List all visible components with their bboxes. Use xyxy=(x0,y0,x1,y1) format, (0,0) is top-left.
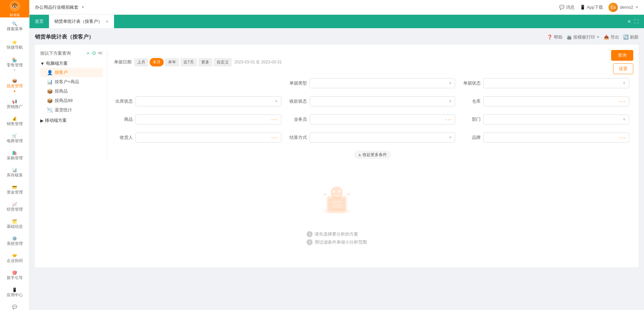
tab-fullscreen-btn[interactable]: ⛶ xyxy=(634,19,639,24)
scheme-item-by-customer[interactable]: 👤 按客户 xyxy=(40,68,103,77)
user-menu[interactable]: Ea demo2 ▼ xyxy=(608,3,639,12)
scheme-group-pc-title[interactable]: ▼ 电脑端方案 xyxy=(40,59,103,68)
setting-btn[interactable]: 设置 xyxy=(613,63,633,74)
payment-method-select[interactable]: ▼ xyxy=(310,133,455,143)
collapse-btn[interactable]: ∧ 收起更多条件 xyxy=(354,151,391,159)
sidebar-item-quicknav[interactable]: ⭐ 快捷导航 xyxy=(0,36,30,54)
sidebar-item-finance[interactable]: 💳 资金管理 xyxy=(0,182,30,199)
refresh-label: 刷新 xyxy=(630,34,639,40)
date-this-month-btn[interactable]: 本月 xyxy=(150,58,164,66)
doc-type-select[interactable]: ▼ xyxy=(310,78,455,88)
export-btn[interactable]: 📤 导出 xyxy=(604,34,619,40)
step-text-2: 用过滤条件来缩小分析范围 xyxy=(315,239,367,245)
scheme-item-by-product[interactable]: 📦 按商品 xyxy=(40,87,103,96)
empty-illustration xyxy=(317,179,357,226)
main-area: 办公用品行业模拟账套 ▼ 💬 消息 📱 App下载 Ea demo2 ▼ 首 xyxy=(30,0,644,310)
sidebar-item-marketing[interactable]: 📢 营销推广 xyxy=(0,96,30,113)
page-header: 销货单统计表（按客户） ❓ 帮助 🖨️ 按模板打印 ▼ 📤 导出 🔄 刷新 xyxy=(35,34,639,41)
app-logo: 🐯 标准版 xyxy=(0,0,30,17)
doc-status-label: 单据状态 xyxy=(459,80,481,86)
date-custom-btn[interactable]: 自定义 xyxy=(214,58,232,66)
doc-status-select[interactable]: ▼ xyxy=(483,78,629,88)
help-icon: ❓ xyxy=(547,35,552,40)
user-avatar: Ea xyxy=(608,3,618,12)
tab-home[interactable]: 首页 xyxy=(30,15,49,28)
scheme-item-return-stats[interactable]: 📉 退货统计 xyxy=(40,105,103,115)
app-download-btn[interactable]: 📱 App下载 xyxy=(580,4,603,10)
message-icon: 💬 xyxy=(559,5,565,10)
sales-stats-tab-label: 销货单统计表（按客户） xyxy=(54,18,102,24)
sidebar-item-retail[interactable]: 🏪 零售管理 ▼ xyxy=(0,54,30,75)
sidebar-item-sales[interactable]: 💰 销售管理 xyxy=(0,113,30,130)
print-btn[interactable]: 🖨️ 按模板打印 ▼ xyxy=(567,34,600,40)
sidebar-item-ecommerce[interactable]: 🛒 电商管理 xyxy=(0,130,30,147)
scheme-group-mobile-title[interactable]: ▶ 移动端方案 xyxy=(40,116,103,125)
sidebar-item-newbie[interactable]: 🎯 新手引导 xyxy=(0,267,30,284)
sidebar-label-purchase: 采购管理 xyxy=(7,155,23,161)
scheme-item-product99[interactable]: 📦 按商品99 xyxy=(40,96,103,105)
sidebar-label-collab: 企业协同 xyxy=(7,258,23,264)
scheme-header: 按以下方案查询 ＋ ⊙ ≪ xyxy=(40,50,103,56)
scheme-edit-btn[interactable]: ⊙ xyxy=(92,50,96,56)
sidebar-item-inventory[interactable]: 📊 库存核算 xyxy=(0,164,30,182)
scheme-add-btn[interactable]: ＋ xyxy=(86,50,91,56)
sidebar-label-inventory: 库存核算 xyxy=(7,172,23,178)
sidebar-item-operations[interactable]: 📈 经营管理 xyxy=(0,199,30,216)
sidebar-item-wechat[interactable]: 💬 企业微信 xyxy=(0,301,30,310)
date-last-month-btn[interactable]: 上月 xyxy=(134,58,148,66)
salesperson-select[interactable]: ··· xyxy=(310,114,455,124)
tab-close-all-btn[interactable]: ✕ xyxy=(627,19,631,24)
date-last7days-btn[interactable]: 近7天 xyxy=(180,58,197,66)
newbie-icon: 🎯 xyxy=(12,270,17,275)
sidebar-item-wholesale[interactable]: 📦 批发管理 ▲ xyxy=(0,75,30,96)
help-btn[interactable]: ❓ 帮助 xyxy=(547,34,562,40)
filter-cell-brand: 品牌 ··· xyxy=(459,133,633,147)
query-btn[interactable]: 查询 xyxy=(611,50,633,61)
sidebar-label-wholesale: 批发管理 xyxy=(7,83,23,89)
sidebar-item-purchase[interactable]: 🛍️ 采购管理 xyxy=(0,147,30,164)
tab-sales-stats[interactable]: 销货单统计表（按客户） ✕ xyxy=(49,15,114,28)
appcenter-icon: 📱 xyxy=(12,288,17,292)
sidebar-label-finance: 资金管理 xyxy=(7,190,23,195)
salesperson-dots: ··· xyxy=(445,116,452,123)
outbound-status-select[interactable]: ▼ xyxy=(136,96,281,106)
dept-select[interactable]: ▼ xyxy=(483,114,629,124)
industry-selector[interactable]: 办公用品行业模拟账套 ▼ xyxy=(35,4,85,10)
dept-label: 部门 xyxy=(459,116,481,122)
receiver-select[interactable]: ··· xyxy=(136,133,281,143)
scheme-title: 按以下方案查询 xyxy=(40,50,71,56)
filter-card: 按以下方案查询 ＋ ⊙ ≪ ▼ 电脑端方案 xyxy=(35,45,639,267)
date-more-btn[interactable]: 更多 xyxy=(198,58,212,66)
payment-status-select[interactable]: ▼ xyxy=(310,96,455,106)
filter-row-3: 商品 ··· 业务员 ··· 部门 xyxy=(111,114,633,128)
product-select[interactable]: ··· xyxy=(136,114,281,124)
warehouse-select[interactable]: ··· xyxy=(483,96,629,106)
sidebar-label-basicinfo: 基础信息 xyxy=(7,224,23,229)
scheme-collapse-btn[interactable]: ≪ xyxy=(98,50,103,56)
refresh-btn[interactable]: 🔄 刷新 xyxy=(623,34,639,40)
refresh-icon: 🔄 xyxy=(623,35,629,40)
tab-close-btn[interactable]: ✕ xyxy=(106,19,109,24)
sidebar-item-collab[interactable]: 🤝 企业协同 xyxy=(0,250,30,267)
sidebar-item-appcenter[interactable]: 📱 应用中心 xyxy=(0,284,30,301)
avatar-initials: Ea xyxy=(611,5,616,10)
filter-form: 单据日期 上月 本月 本年 近7天 更多 自定义 2023-03-01 至 20… xyxy=(111,50,633,159)
filter-cell-dept: 部门 ▼ xyxy=(459,114,633,128)
sidebar-label-operations: 经营管理 xyxy=(7,207,23,212)
sidebar-item-search[interactable]: 🔍 搜索菜单 xyxy=(0,17,30,36)
sidebar-item-basic-info[interactable]: 🗂️ 基础信息 xyxy=(0,216,30,233)
message-btn[interactable]: 💬 消息 xyxy=(559,4,575,10)
print-label: 按模板打印 xyxy=(573,34,595,40)
payment-method-label: 结算方式 xyxy=(285,135,307,141)
return-stats-icon: 📉 xyxy=(47,107,53,113)
sidebar-item-system[interactable]: ⚙️ 系统管理 xyxy=(0,233,30,250)
brand-select[interactable]: ··· xyxy=(483,133,629,143)
date-this-year-btn[interactable]: 本年 xyxy=(165,58,179,66)
system-icon: ⚙️ xyxy=(12,236,17,241)
product99-label: 按商品99 xyxy=(55,98,72,104)
logo-icon: 🐯 xyxy=(9,0,21,12)
svg-rect-11 xyxy=(323,193,327,195)
filter-cell-doc-status: 单据状态 ▼ xyxy=(459,78,633,92)
receiver-label: 收货人 xyxy=(111,135,133,141)
scheme-item-customer-product[interactable]: 📊 按客户+商品 xyxy=(40,77,103,87)
